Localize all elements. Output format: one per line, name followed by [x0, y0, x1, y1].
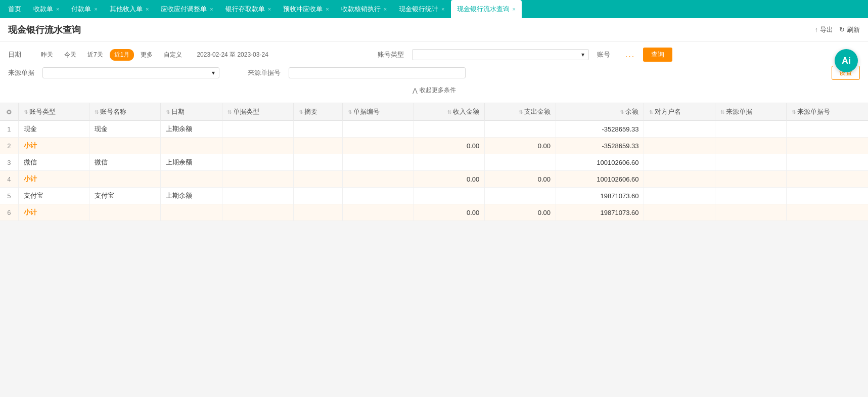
date-btn-1month[interactable]: 近1月: [110, 49, 134, 61]
sort-icon-income[interactable]: ⇅: [447, 109, 451, 115]
cell-doc_type: [222, 204, 294, 221]
cell-date: 上期余额: [160, 188, 222, 204]
nav-item-应收应付调整单[interactable]: 应收应付调整单×: [155, 0, 219, 18]
cell-counterpart: [644, 171, 715, 188]
close-icon[interactable]: ×: [441, 6, 444, 12]
th-expense: ⇅ 支出金额: [485, 103, 556, 121]
close-icon[interactable]: ×: [56, 6, 59, 12]
date-shortcuts: 昨天 今天 近7天 近1月 更多 自定义: [36, 49, 187, 61]
cell-source_doc_num: [786, 204, 868, 221]
date-btn-today[interactable]: 今天: [60, 49, 81, 61]
sort-icon-account-type[interactable]: ⇅: [24, 109, 28, 115]
cell-expense: [485, 188, 556, 204]
row-num: 3: [0, 154, 18, 171]
cell-doc_num: [342, 154, 414, 171]
close-icon[interactable]: ×: [268, 6, 271, 12]
nav-item-付款单[interactable]: 付款单×: [65, 0, 103, 18]
cell-date: [160, 204, 222, 221]
cell-summary: [293, 204, 342, 221]
cell-balance: 19871073.60: [556, 188, 644, 204]
row-num: 5: [0, 188, 18, 204]
th-counterpart: ⇅ 对方户名: [644, 103, 715, 121]
th-balance: ⇅ 余额: [556, 103, 644, 121]
date-range-display: 2023-02-24 至 2023-03-24: [197, 51, 268, 59]
cell-summary: [293, 138, 342, 154]
filter-area: 日期 昨天 今天 近7天 近1月 更多 自定义 2023-02-24 至 202…: [0, 41, 868, 103]
sort-icon-counterpart[interactable]: ⇅: [649, 109, 653, 115]
source-doc-select[interactable]: ▾: [42, 67, 219, 78]
cell-balance: -3528659.33: [556, 138, 644, 154]
nav-item-现金银行流水查询[interactable]: 现金银行流水查询×: [451, 0, 522, 18]
query-button[interactable]: 查询: [643, 48, 672, 62]
cell-account_name: [89, 138, 161, 154]
th-settings[interactable]: ⚙: [0, 103, 18, 121]
th-account-type: ⇅ 账号类型: [18, 103, 89, 121]
sort-icon-balance[interactable]: ⇅: [620, 109, 624, 115]
cell-doc_num: [342, 204, 414, 221]
refresh-button[interactable]: ↻ 刷新: [839, 25, 860, 34]
sort-icon-source-doc[interactable]: ⇅: [720, 109, 724, 115]
table-row: 6小计0.000.0019871073.60: [0, 204, 868, 221]
th-account-name: ⇅ 账号名称: [89, 103, 161, 121]
cell-account_name: [89, 171, 161, 188]
filter-row-1: 日期 昨天 今天 近7天 近1月 更多 自定义 2023-02-24 至 202…: [8, 48, 860, 62]
ai-assistant-button[interactable]: Ai: [835, 49, 858, 72]
sort-icon-expense[interactable]: ⇅: [519, 109, 523, 115]
cell-counterpart: [644, 204, 715, 221]
cell-source_doc: [715, 188, 787, 204]
close-icon[interactable]: ×: [94, 6, 97, 12]
cell-income: [414, 188, 485, 204]
cell-source_doc_num: [786, 138, 868, 154]
nav-item-首页[interactable]: 首页: [2, 0, 27, 18]
close-icon[interactable]: ×: [384, 6, 387, 12]
sort-icon-doc-type[interactable]: ⇅: [227, 109, 232, 115]
page-title: 现金银行流水查询: [8, 24, 81, 36]
account-type-select[interactable]: ▾: [412, 49, 589, 60]
cell-account-type: 小计: [18, 138, 89, 154]
date-btn-7days[interactable]: 近7天: [83, 49, 108, 61]
cell-summary: [293, 121, 342, 138]
cell-doc_num: [342, 188, 414, 204]
nav-item-银行存取款单[interactable]: 银行存取款单×: [219, 0, 277, 18]
date-btn-yesterday[interactable]: 昨天: [36, 49, 58, 61]
cell-expense: 0.00: [485, 204, 556, 221]
cell-doc_num: [342, 171, 414, 188]
source-doc-num-input[interactable]: [289, 67, 466, 78]
cell-summary: [293, 188, 342, 204]
cell-summary: [293, 171, 342, 188]
close-icon[interactable]: ×: [146, 6, 149, 12]
cell-doc_num: [342, 121, 414, 138]
close-icon[interactable]: ×: [210, 6, 213, 12]
cell-doc_type: [222, 121, 294, 138]
date-btn-custom[interactable]: 自定义: [159, 49, 187, 61]
th-summary: ⇅ 摘要: [293, 103, 342, 121]
account-type-label: 账号类型: [378, 50, 404, 59]
date-btn-more[interactable]: 更多: [136, 49, 157, 61]
nav-item-现金银行统计[interactable]: 现金银行统计×: [393, 0, 450, 18]
collapse-bar[interactable]: ⋀ 收起更多条件: [8, 84, 860, 97]
cell-income: 0.00: [414, 171, 485, 188]
account-dots-button[interactable]: ...: [625, 50, 635, 59]
sort-icon-doc-num[interactable]: ⇅: [348, 109, 352, 115]
sort-icon-account-name[interactable]: ⇅: [95, 109, 99, 115]
source-doc-label: 来源单据: [8, 68, 34, 77]
export-button[interactable]: ↑ 导出: [815, 25, 834, 34]
cell-summary: [293, 154, 342, 171]
th-source-doc-num: ⇅ 来源单据号: [786, 103, 868, 121]
nav-item-收款单[interactable]: 收款单×: [27, 0, 65, 18]
close-icon[interactable]: ×: [326, 6, 329, 12]
nav-item-预收冲应收单[interactable]: 预收冲应收单×: [277, 0, 335, 18]
cell-account_name: 现金: [89, 121, 161, 138]
date-label: 日期: [8, 50, 28, 59]
sort-icon-date[interactable]: ⇅: [166, 109, 170, 115]
cell-date: 上期余额: [160, 121, 222, 138]
cell-account-type: 小计: [18, 171, 89, 188]
cell-doc_type: [222, 154, 294, 171]
sort-icon-source-doc-num[interactable]: ⇅: [792, 109, 796, 115]
close-icon[interactable]: ×: [513, 6, 516, 12]
cell-counterpart: [644, 154, 715, 171]
nav-item-其他收入单[interactable]: 其他收入单×: [104, 0, 155, 18]
cell-account-type: 小计: [18, 204, 89, 221]
sort-icon-summary[interactable]: ⇅: [299, 109, 303, 115]
nav-item-收款核销执行[interactable]: 收款核销执行×: [335, 0, 393, 18]
